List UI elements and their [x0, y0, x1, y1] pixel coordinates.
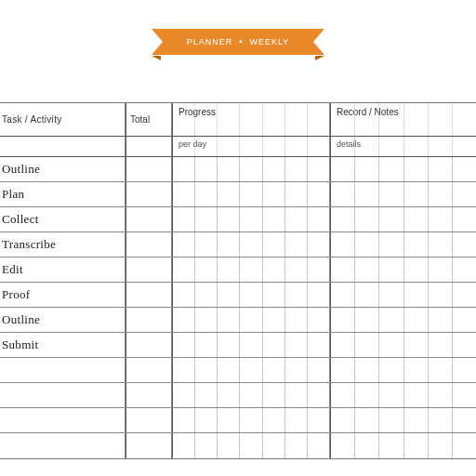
table-row: Outline — [0, 308, 476, 333]
table-header-row: Task / Activity Total Progress Record / … — [0, 103, 476, 137]
row-total-cell — [126, 408, 172, 432]
subheader-label — [0, 137, 126, 156]
row-total-cell — [126, 232, 172, 257]
grid-lines-icon — [331, 258, 476, 282]
row-grid-1 — [173, 182, 330, 206]
row-grid-2 — [331, 358, 476, 382]
table-subheader-row: per day details — [0, 137, 476, 157]
row-grid-1 — [173, 207, 330, 231]
grid-lines-icon — [173, 283, 329, 307]
row-grid-1 — [173, 308, 330, 332]
table-row — [0, 408, 476, 433]
row-grid-2 — [331, 207, 476, 231]
ribbon-text-right: WEEKLY — [249, 37, 289, 46]
worksheet-table: Task / Activity Total Progress Record / … — [0, 102, 476, 459]
ribbon-label: PLANNER • WEEKLY — [163, 29, 314, 55]
grid-lines-icon — [173, 358, 329, 382]
row-label: Outline — [0, 157, 126, 181]
header-small: Total — [126, 103, 172, 136]
grid-lines-icon — [331, 408, 476, 432]
grid-lines-icon — [173, 103, 329, 136]
grid-lines-icon — [173, 383, 329, 407]
grid-lines-icon — [331, 232, 476, 257]
grid-lines-icon — [331, 358, 476, 382]
row-grid-1 — [173, 232, 330, 257]
row-grid-1 — [173, 408, 330, 432]
subheader-grid-2: details — [331, 137, 476, 156]
row-label — [0, 383, 126, 407]
row-label: Outline — [0, 308, 126, 332]
grid-lines-icon — [173, 433, 329, 458]
grid-lines-icon — [331, 157, 476, 181]
header-label: Task / Activity — [0, 103, 126, 136]
ribbon-text-left: PLANNER — [187, 37, 233, 46]
row-total-cell — [126, 207, 172, 231]
row-grid-1 — [173, 433, 330, 458]
row-total-cell — [126, 333, 172, 357]
grid-lines-icon — [173, 308, 329, 332]
row-total-cell — [126, 283, 172, 307]
row-total-cell — [126, 157, 172, 181]
table-row: Submit — [0, 333, 476, 358]
row-grid-2 — [331, 283, 476, 307]
grid-lines-icon — [331, 182, 476, 206]
row-label: Plan — [0, 182, 126, 206]
grid-lines-icon — [173, 258, 329, 282]
row-total-cell — [126, 258, 172, 282]
row-label — [0, 358, 126, 382]
grid-lines-icon — [173, 207, 329, 231]
subheader-small — [126, 137, 172, 156]
row-label — [0, 408, 126, 432]
ribbon-fold-right-icon — [315, 56, 324, 60]
table-row: Edit — [0, 258, 476, 283]
ribbon-fold-left-icon — [152, 56, 161, 60]
row-grid-2 — [331, 333, 476, 357]
header-grid-2: Record / Notes — [331, 103, 476, 136]
row-grid-1 — [173, 283, 330, 307]
row-grid-2 — [331, 232, 476, 257]
table-row: Plan — [0, 182, 476, 207]
grid-lines-icon — [331, 308, 476, 332]
row-label: Proof — [0, 283, 126, 307]
grid-lines-icon — [331, 103, 476, 136]
table-row — [0, 358, 476, 383]
row-total-cell — [126, 308, 172, 332]
grid-lines-icon — [173, 137, 329, 156]
table-row: Collect — [0, 207, 476, 232]
row-grid-2 — [331, 258, 476, 282]
table-row — [0, 433, 476, 458]
title-ribbon: PLANNER • WEEKLY — [0, 28, 476, 56]
grid-lines-icon — [173, 232, 329, 257]
row-total-cell — [126, 358, 172, 382]
row-grid-1 — [173, 258, 330, 282]
grid-lines-icon — [173, 408, 329, 432]
row-grid-2 — [331, 157, 476, 181]
row-label: Edit — [0, 258, 126, 282]
row-grid-1 — [173, 333, 330, 357]
table-row — [0, 383, 476, 408]
row-grid-1 — [173, 157, 330, 181]
grid-lines-icon — [331, 333, 476, 357]
grid-lines-icon — [331, 207, 476, 231]
row-total-cell — [126, 383, 172, 407]
grid-lines-icon — [173, 182, 329, 206]
row-grid-2 — [331, 383, 476, 407]
table-row: Proof — [0, 283, 476, 308]
grid-lines-icon — [331, 137, 476, 156]
grid-lines-icon — [173, 157, 329, 181]
grid-lines-icon — [173, 333, 329, 357]
row-grid-1 — [173, 358, 330, 382]
row-label: Transcribe — [0, 232, 126, 257]
grid-lines-icon — [331, 283, 476, 307]
ribbon-tail-left-icon — [152, 29, 163, 55]
row-grid-2 — [331, 408, 476, 432]
row-label: Submit — [0, 333, 126, 357]
table-row: Outline — [0, 157, 476, 182]
row-grid-2 — [331, 308, 476, 332]
ribbon-tail-right-icon — [313, 29, 324, 55]
table-row: Transcribe — [0, 232, 476, 258]
grid-lines-icon — [331, 433, 476, 458]
row-total-cell — [126, 433, 172, 458]
grid-lines-icon — [331, 383, 476, 407]
row-grid-2 — [331, 433, 476, 458]
